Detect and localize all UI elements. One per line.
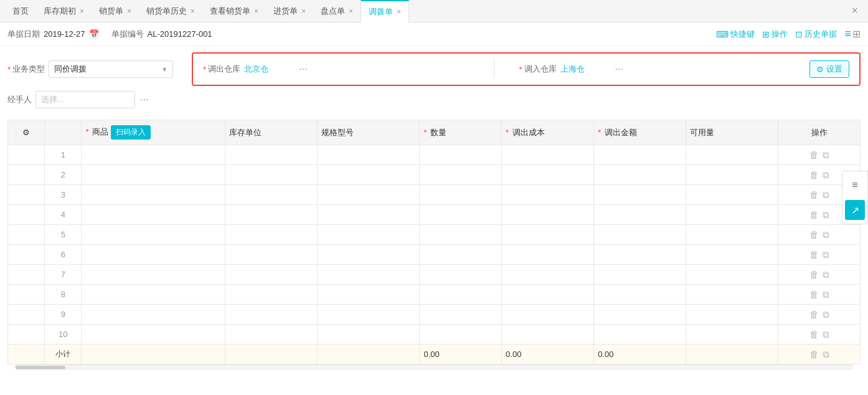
row-amount-cell[interactable] <box>594 325 686 345</box>
tab-close-stocktake[interactable]: × <box>349 7 353 16</box>
subtotal-copy-icon[interactable]: ⧉ <box>823 349 829 360</box>
biz-type-dropdown[interactable]: 同价调拨 ▼ <box>49 60 173 78</box>
row-spec-cell[interactable] <box>317 165 420 185</box>
row-product-cell[interactable] <box>82 145 225 165</box>
row-product-cell[interactable] <box>82 185 225 205</box>
operations-btn[interactable]: ⊞ 操作 <box>762 29 788 40</box>
row-delete-icon[interactable]: 🗑 <box>809 309 819 320</box>
tab-home[interactable]: 首页 <box>5 0 36 22</box>
tab-close-transfer[interactable]: × <box>397 7 401 16</box>
row-amount-cell[interactable] <box>594 305 686 325</box>
tab-transfer[interactable]: 调拨单 × <box>361 0 409 22</box>
row-amount-cell[interactable] <box>594 265 686 285</box>
row-spec-cell[interactable] <box>317 145 420 165</box>
row-product-cell[interactable] <box>82 285 225 305</box>
row-amount-cell[interactable] <box>594 165 686 185</box>
row-unit-cell[interactable] <box>225 145 317 165</box>
row-copy-icon[interactable]: ⧉ <box>823 269 829 280</box>
handler-more-icon[interactable]: ··· <box>140 94 148 105</box>
row-qty-cell[interactable] <box>420 145 502 165</box>
row-spec-cell[interactable] <box>317 205 420 225</box>
warehouse-settings-button[interactable]: ⚙ 设置 <box>809 60 849 78</box>
row-cost-cell[interactable] <box>502 185 594 205</box>
row-delete-icon[interactable]: 🗑 <box>809 150 819 160</box>
row-copy-icon[interactable]: ⧉ <box>823 189 829 201</box>
row-product-cell[interactable] <box>82 245 225 265</box>
row-unit-cell[interactable] <box>225 165 317 185</box>
row-spec-cell[interactable] <box>317 285 420 305</box>
scrollbar-thumb[interactable] <box>16 366 65 369</box>
row-unit-cell[interactable] <box>225 245 317 265</box>
row-cost-cell[interactable] <box>502 225 594 245</box>
row-qty-cell[interactable] <box>420 265 502 285</box>
calendar-icon[interactable]: 📅 <box>89 29 99 39</box>
tab-close-sales-history[interactable]: × <box>191 7 195 16</box>
row-copy-icon[interactable]: ⧉ <box>823 150 829 161</box>
right-panel-list-btn[interactable]: ≡ <box>845 175 865 195</box>
tab-close-sales-order[interactable]: × <box>127 7 131 16</box>
row-cost-cell[interactable] <box>502 245 594 265</box>
row-unit-cell[interactable] <box>225 305 317 325</box>
row-cost-cell[interactable] <box>502 325 594 345</box>
row-qty-cell[interactable] <box>420 305 502 325</box>
row-delete-icon[interactable]: 🗑 <box>809 249 819 260</box>
row-cost-cell[interactable] <box>502 145 594 165</box>
row-amount-cell[interactable] <box>594 285 686 305</box>
row-copy-icon[interactable]: ⧉ <box>823 249 829 260</box>
row-cost-cell[interactable] <box>502 305 594 325</box>
layout-list-icon[interactable]: ≡ <box>844 27 851 40</box>
window-close-button[interactable]: × <box>846 4 863 17</box>
row-spec-cell[interactable] <box>317 245 420 265</box>
scan-entry-button[interactable]: 扫码录入 <box>111 125 151 140</box>
history-btn[interactable]: ⊡ 历史单据 <box>795 29 837 40</box>
row-amount-cell[interactable] <box>594 245 686 265</box>
tab-purchase-order[interactable]: 进货单 × <box>266 0 313 22</box>
row-product-cell[interactable] <box>82 165 225 185</box>
tab-close-view-sales[interactable]: × <box>254 7 258 16</box>
row-unit-cell[interactable] <box>225 265 317 285</box>
tab-close-purchase-order[interactable]: × <box>301 7 306 16</box>
row-amount-cell[interactable] <box>594 145 686 165</box>
row-spec-cell[interactable] <box>317 225 420 245</box>
warehouse-out-more-icon[interactable]: ··· <box>299 64 307 75</box>
row-cost-cell[interactable] <box>502 285 594 305</box>
table-settings-gear-icon[interactable]: ⚙ <box>22 128 30 137</box>
row-copy-icon[interactable]: ⧉ <box>823 209 829 221</box>
tab-inventory-init[interactable]: 库存期初 × <box>36 0 92 22</box>
row-unit-cell[interactable] <box>225 185 317 205</box>
row-spec-cell[interactable] <box>317 305 420 325</box>
row-spec-cell[interactable] <box>317 185 420 205</box>
row-unit-cell[interactable] <box>225 325 317 345</box>
row-copy-icon[interactable]: ⧉ <box>823 289 829 300</box>
row-copy-icon[interactable]: ⧉ <box>823 169 829 181</box>
tab-close-inventory-init[interactable]: × <box>80 7 84 16</box>
row-delete-icon[interactable]: 🗑 <box>809 329 819 340</box>
row-delete-icon[interactable]: 🗑 <box>809 189 819 200</box>
row-unit-cell[interactable] <box>225 285 317 305</box>
layout-grid-icon[interactable]: ⊞ <box>852 28 861 40</box>
row-product-cell[interactable] <box>82 225 225 245</box>
row-cost-cell[interactable] <box>502 265 594 285</box>
col-header-settings[interactable]: ⚙ <box>8 120 45 145</box>
row-qty-cell[interactable] <box>420 165 502 185</box>
row-qty-cell[interactable] <box>420 245 502 265</box>
row-spec-cell[interactable] <box>317 325 420 345</box>
shortcuts-btn[interactable]: ⌨ 快捷键 <box>716 29 755 40</box>
row-qty-cell[interactable] <box>420 205 502 225</box>
row-copy-icon[interactable]: ⧉ <box>823 309 829 320</box>
row-delete-icon[interactable]: 🗑 <box>809 169 819 180</box>
handler-dropdown[interactable]: 选择... <box>35 91 135 108</box>
row-cost-cell[interactable] <box>502 165 594 185</box>
row-qty-cell[interactable] <box>420 225 502 245</box>
row-cost-cell[interactable] <box>502 205 594 225</box>
row-unit-cell[interactable] <box>225 225 317 245</box>
row-delete-icon[interactable]: 🗑 <box>809 229 819 240</box>
row-amount-cell[interactable] <box>594 225 686 245</box>
row-amount-cell[interactable] <box>594 205 686 225</box>
row-qty-cell[interactable] <box>420 325 502 345</box>
row-copy-icon[interactable]: ⧉ <box>823 229 829 240</box>
tab-sales-order[interactable]: 销货单 × <box>92 0 139 22</box>
row-delete-icon[interactable]: 🗑 <box>809 289 819 300</box>
subtotal-delete-icon[interactable]: 🗑 <box>809 349 819 359</box>
tab-sales-history[interactable]: 销货单历史 × <box>139 0 202 22</box>
